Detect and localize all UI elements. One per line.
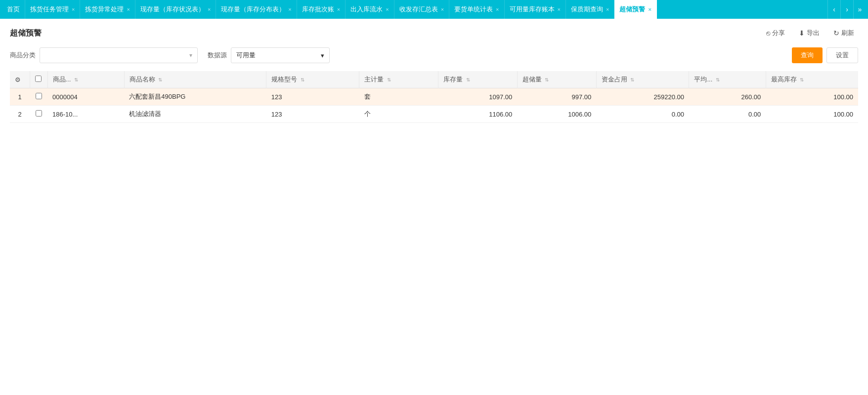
close-icon[interactable]: × xyxy=(441,6,444,12)
checkbox-col-header[interactable] xyxy=(30,71,47,88)
unit-cell: 套 xyxy=(359,88,438,106)
close-icon[interactable]: × xyxy=(496,6,499,12)
sort-icon: ⇅ xyxy=(301,77,304,82)
settings-button[interactable]: 设置 xyxy=(826,47,858,63)
export-icon: ⬇ xyxy=(799,29,805,37)
close-icon[interactable]: × xyxy=(288,6,291,12)
nav-quality-check[interactable]: 保质期查询 × xyxy=(566,0,614,19)
row-number: 1 xyxy=(10,88,30,106)
page-title: 超储预警 xyxy=(10,28,42,39)
share-icon: ⎋ xyxy=(766,29,770,37)
sort-icon: ⇅ xyxy=(800,77,804,82)
close-icon[interactable]: × xyxy=(558,6,561,12)
page-header: 超储预警 ⎋ 分享 ⬇ 导出 ↻ 刷新 xyxy=(10,27,858,40)
header-actions: ⎋ 分享 ⬇ 导出 ↻ 刷新 xyxy=(762,27,858,40)
select-all-checkbox[interactable] xyxy=(35,76,42,82)
row-checkbox-cell[interactable] xyxy=(30,106,47,123)
chevron-down-icon: ▾ xyxy=(321,52,324,59)
sort-icon: ⇅ xyxy=(387,77,391,82)
close-icon[interactable]: × xyxy=(606,6,609,12)
nav-order-stats[interactable]: 要货单统计表 × xyxy=(449,0,504,19)
avg-col-header[interactable]: 平均... ⇅ xyxy=(689,71,766,88)
nav-left-arrow[interactable]: ‹ xyxy=(827,0,840,19)
stock-cell: 1106.00 xyxy=(438,106,517,123)
page-content: 超储预警 ⎋ 分享 ⬇ 导出 ↻ 刷新 商品分类 ▾ 数据源 xyxy=(0,19,868,131)
share-button[interactable]: ⎋ 分享 xyxy=(762,27,789,40)
filter-actions: 查询 设置 xyxy=(792,47,858,63)
datasource-filter: 数据源 可用量 ▾ xyxy=(208,47,330,63)
refresh-button[interactable]: ↻ 刷新 xyxy=(829,27,858,40)
sort-icon: ⇅ xyxy=(630,77,634,82)
capital-occ-col-header[interactable]: 资金占用 ⇅ xyxy=(596,71,689,88)
category-label: 商品分类 xyxy=(10,51,36,60)
refresh-icon: ↻ xyxy=(833,29,839,37)
top-navigation: 首页 拣货任务管理 × 拣货异常处理 × 现存量（库存状况表） × 现存量（库存… xyxy=(0,0,868,19)
table-header-row: ⚙ 商品... ⇅ 商品名称 ⇅ 规格型号 ⇅ 主计量 xyxy=(10,71,858,88)
sku-name-cell: 机油滤清器 xyxy=(124,106,266,123)
unit-cell: 个 xyxy=(359,106,438,123)
spec-col-header[interactable]: 规格型号 ⇅ xyxy=(266,71,359,88)
nav-end-arrows: ‹ › » xyxy=(827,0,866,19)
nav-home[interactable]: 首页 xyxy=(2,0,25,19)
nav-available-ledger[interactable]: 可用量库存账本 × xyxy=(505,0,566,19)
export-button[interactable]: ⬇ 导出 xyxy=(795,27,824,40)
unit-col-header[interactable]: 主计量 ⇅ xyxy=(359,71,438,88)
overstock-cell: 1006.00 xyxy=(517,106,596,123)
max-stock-cell: 100.00 xyxy=(766,106,858,123)
datasource-value: 可用量 xyxy=(236,51,256,60)
nav-receive-summary[interactable]: 收发存汇总表 × xyxy=(394,0,449,19)
close-icon[interactable]: × xyxy=(337,6,340,12)
avg-cell: 260.00 xyxy=(689,88,766,106)
table-row: 2 186-10... 机油滤清器 123 个 1106.00 1006.00 … xyxy=(10,106,858,123)
max-stock-col-header[interactable]: 最高库存 ⇅ xyxy=(766,71,858,88)
sku-code-cell: 0000004 xyxy=(47,88,124,106)
spec-cell: 123 xyxy=(266,88,359,106)
nav-inout-flow[interactable]: 出入库流水 × xyxy=(346,0,394,19)
sort-icon: ⇅ xyxy=(74,77,78,82)
row-number: 2 xyxy=(10,106,30,123)
close-icon[interactable]: × xyxy=(648,6,651,12)
sort-icon: ⇅ xyxy=(158,77,162,82)
row-checkbox[interactable] xyxy=(36,110,42,117)
data-table: ⚙ 商品... ⇅ 商品名称 ⇅ 规格型号 ⇅ 主计量 xyxy=(10,71,858,123)
nav-task-mgmt[interactable]: 拣货任务管理 × xyxy=(25,0,80,19)
chevron-down-icon: ▾ xyxy=(189,52,192,59)
sku-code-col-header[interactable]: 商品... ⇅ xyxy=(47,71,124,88)
spec-cell: 123 xyxy=(266,106,359,123)
close-icon[interactable]: × xyxy=(208,6,211,12)
close-icon[interactable]: × xyxy=(386,6,389,12)
category-select[interactable]: ▾ xyxy=(40,47,198,63)
gear-icon: ⚙ xyxy=(15,76,21,83)
overstock-col-header[interactable]: 超储量 ⇅ xyxy=(517,71,596,88)
nav-overstock-warning[interactable]: 超储预警 × xyxy=(614,0,656,19)
capital-occ-cell: 0.00 xyxy=(596,106,689,123)
datasource-select[interactable]: 可用量 ▾ xyxy=(231,47,330,63)
sku-name-col-header[interactable]: 商品名称 ⇅ xyxy=(124,71,266,88)
sku-code-cell: 186-10... xyxy=(47,106,124,123)
close-icon[interactable]: × xyxy=(72,6,75,12)
nav-right-arrow[interactable]: › xyxy=(840,0,853,19)
nav-exception[interactable]: 拣货异常处理 × xyxy=(80,0,135,19)
filter-bar: 商品分类 ▾ 数据源 可用量 ▾ 查询 设置 xyxy=(10,47,858,63)
settings-col-header[interactable]: ⚙ xyxy=(10,71,30,88)
nav-more-arrow[interactable]: » xyxy=(853,0,866,19)
capital-occ-cell: 259220.00 xyxy=(596,88,689,106)
datasource-label: 数据源 xyxy=(208,51,227,60)
row-checkbox[interactable] xyxy=(36,93,42,99)
close-icon[interactable]: × xyxy=(127,6,130,12)
stock-col-header[interactable]: 库存量 ⇅ xyxy=(438,71,517,88)
sort-icon: ⇅ xyxy=(545,77,549,82)
row-checkbox-cell[interactable] xyxy=(30,88,47,106)
query-button[interactable]: 查询 xyxy=(792,47,823,63)
category-filter: 商品分类 ▾ xyxy=(10,47,198,63)
table-row: 1 0000004 六配套新昌490BPG 123 套 1097.00 997.… xyxy=(10,88,858,106)
sort-icon: ⇅ xyxy=(466,77,470,82)
nav-stock-dist[interactable]: 现存量（库存分布表） × xyxy=(216,0,297,19)
max-stock-cell: 100.00 xyxy=(766,88,858,106)
avg-cell: 0.00 xyxy=(689,106,766,123)
nav-batch-ledger[interactable]: 库存批次账 × xyxy=(297,0,346,19)
sku-name-cell: 六配套新昌490BPG xyxy=(124,88,266,106)
stock-cell: 1097.00 xyxy=(438,88,517,106)
nav-stock-status[interactable]: 现存量（库存状况表） × xyxy=(135,0,216,19)
overstock-cell: 997.00 xyxy=(517,88,596,106)
